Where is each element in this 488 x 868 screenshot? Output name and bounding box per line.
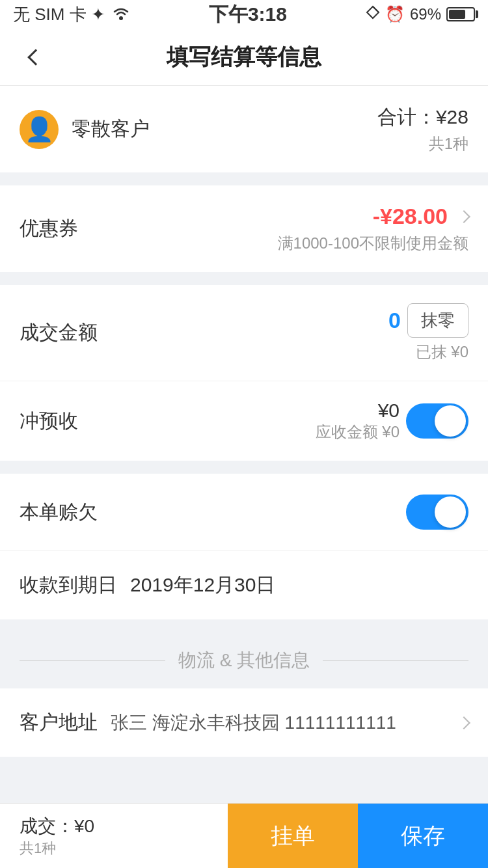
alarm-icon: ⏰	[385, 5, 405, 23]
svg-point-0	[119, 16, 123, 20]
nav-bar: 填写结算等信息	[0, 29, 488, 86]
customer-left: 👤 零散客户	[20, 110, 150, 149]
bottom-deal-label: 成交：	[20, 816, 74, 836]
advance-label: 冲预收	[20, 408, 78, 435]
due-date-row: 收款到期日 2019年12月30日	[0, 551, 488, 619]
advance-toggle[interactable]	[406, 403, 468, 439]
advance-right: ¥0 应收金额 ¥0	[316, 400, 468, 442]
due-date-label: 收款到期日	[20, 572, 117, 599]
deal-amount-right: 0 抹零 已抹 ¥0	[349, 303, 468, 362]
avatar: 👤	[20, 110, 59, 149]
status-right: ⏰ 69%	[366, 5, 475, 23]
deal-amount-label: 成交金额	[20, 319, 98, 346]
bottom-deal: 成交：¥0	[20, 814, 208, 839]
back-arrow-icon	[27, 49, 44, 65]
credit-toggle-knob	[435, 496, 466, 528]
bottom-bar: 成交：¥0 共1种 挂单 保存	[0, 803, 488, 868]
coupon-row[interactable]: 优惠券 -¥28.00 满1000-100不限制使用金额	[0, 185, 488, 272]
coupon-amount: -¥28.00	[373, 204, 448, 229]
total-count: 共1种	[377, 133, 468, 154]
deducted-label: 已抹 ¥0	[416, 342, 468, 362]
bottom-count: 共1种	[20, 839, 208, 858]
page-title: 填写结算等信息	[52, 42, 436, 72]
credit-toggle[interactable]	[406, 495, 468, 530]
status-left: 无 SIM 卡 ✦	[13, 3, 130, 26]
due-date-value: 2019年12月30日	[130, 572, 275, 599]
toggle-knob	[435, 405, 466, 437]
address-section: 客户地址 张三 海淀永丰科技园 11111111111	[0, 688, 488, 757]
logistics-line-left	[20, 660, 165, 661]
logistics-label: 物流 & 其他信息	[178, 648, 310, 673]
deal-amount-row: 成交金额 0 抹零 已抹 ¥0	[0, 285, 488, 381]
status-time: 下午3:18	[209, 1, 287, 28]
deal-advance-section: 成交金额 0 抹零 已抹 ¥0 冲预收 ¥0 应收金额 ¥0	[0, 285, 488, 461]
logistics-line-right	[323, 660, 468, 661]
customer-name: 零散客户	[72, 116, 150, 142]
customer-row: 👤 零散客户 合计：¥28 共1种	[0, 86, 488, 172]
wifi-icon	[112, 5, 130, 25]
status-bar: 无 SIM 卡 ✦ 下午3:18 ⏰ 69%	[0, 0, 488, 29]
customer-section: 👤 零散客户 合计：¥28 共1种	[0, 86, 488, 172]
logistics-header: 物流 & 其他信息	[0, 632, 488, 688]
hang-button[interactable]: 挂单	[228, 804, 358, 868]
deal-amount-input[interactable]: 0	[349, 308, 401, 333]
credit-label: 本单赊欠	[20, 499, 98, 526]
avatar-icon: 👤	[25, 116, 54, 143]
back-button[interactable]	[20, 41, 52, 74]
address-chevron-icon	[457, 716, 470, 729]
address-value: 张三 海淀永丰科技园 11111111111	[111, 711, 454, 735]
battery-icon	[446, 7, 475, 21]
address-row[interactable]: 客户地址 张三 海淀永丰科技园 11111111111	[0, 688, 488, 757]
coupon-right: -¥28.00 满1000-100不限制使用金额	[278, 204, 468, 254]
coupon-label: 优惠券	[20, 215, 78, 242]
total-amount: 合计：¥28	[377, 104, 468, 131]
bottom-deal-value: ¥0	[74, 816, 94, 836]
advance-amount: ¥0	[316, 400, 400, 422]
coupon-desc: 满1000-100不限制使用金额	[278, 233, 468, 254]
chevron-right-icon	[457, 210, 470, 223]
customer-right: 合计：¥28 共1种	[377, 104, 468, 154]
advance-desc: 应收金额 ¥0	[316, 422, 400, 442]
save-button[interactable]: 保存	[358, 804, 488, 868]
sim-status: 无 SIM 卡 ✦	[13, 3, 105, 26]
address-label: 客户地址	[20, 709, 98, 736]
location-icon	[366, 5, 380, 23]
credit-row: 本单赊欠	[0, 474, 488, 551]
advance-row: 冲预收 ¥0 应收金额 ¥0	[0, 381, 488, 461]
credit-section: 本单赊欠 收款到期日 2019年12月30日	[0, 474, 488, 619]
coupon-section: 优惠券 -¥28.00 满1000-100不限制使用金额	[0, 185, 488, 272]
battery-percent: 69%	[410, 5, 441, 23]
bottom-info: 成交：¥0 共1种	[0, 804, 228, 868]
round-button[interactable]: 抹零	[407, 303, 468, 338]
